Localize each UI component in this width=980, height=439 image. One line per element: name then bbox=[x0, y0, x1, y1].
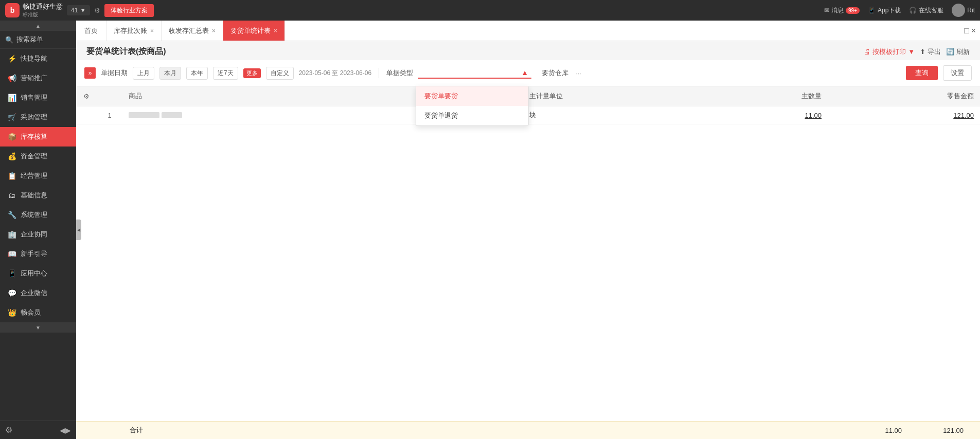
header-left: b 畅捷通好生意 标准版 41 ▼ ⚙ 体验行业方案 bbox=[5, 2, 154, 19]
online-service-group[interactable]: 🎧 在线客服 bbox=[909, 6, 943, 15]
sidebar-item-label: 销售管理 bbox=[21, 93, 47, 102]
td-quantity: 11.00 bbox=[702, 106, 828, 124]
headset-icon: 🎧 bbox=[909, 7, 917, 14]
org-selector[interactable]: 41 ▼ bbox=[67, 5, 90, 15]
type-filter-input[interactable] bbox=[421, 69, 521, 77]
product-placeholder-1 bbox=[129, 112, 159, 118]
sidebar-scroll-up[interactable]: ▲ bbox=[0, 21, 76, 31]
export-button[interactable]: ⬆ 导出 bbox=[920, 47, 941, 57]
query-button[interactable]: 查询 bbox=[906, 66, 938, 80]
sidebar-item-member[interactable]: 👑 畅会员 bbox=[0, 303, 76, 322]
trial-button[interactable]: 体验行业方案 bbox=[104, 4, 154, 17]
warehouse-more-icon[interactable]: ··· bbox=[576, 69, 581, 77]
logo-icon: b bbox=[5, 3, 20, 17]
enterprise-icon: 🏢 bbox=[7, 230, 16, 239]
messages-group[interactable]: ✉ 消息 99+ bbox=[824, 6, 860, 15]
table-footer: 合计 11.00 121.00 bbox=[76, 421, 980, 439]
sidebar: ▲ 🔍 搜索菜单 ⚡ 快捷导航 📢 营销推广 📊 销售管理 🛒 采购管理 📦 库… bbox=[0, 21, 76, 439]
operations-icon: 📋 bbox=[7, 171, 16, 180]
main-layout: ▲ 🔍 搜索菜单 ⚡ 快捷导航 📢 营销推广 📊 销售管理 🛒 采购管理 📦 库… bbox=[0, 21, 980, 439]
app-download-label: App下载 bbox=[878, 6, 901, 15]
date-this-year-btn[interactable]: 本年 bbox=[186, 67, 208, 80]
brand-sub: 标准版 bbox=[23, 11, 63, 19]
tab-label: 库存批次账 bbox=[114, 26, 147, 35]
sidebar-item-sales[interactable]: 📊 销售管理 bbox=[0, 88, 76, 107]
gear-icon[interactable]: ⚙ bbox=[94, 7, 100, 14]
tab-order-stats[interactable]: 要货单统计表 × bbox=[223, 21, 285, 41]
filter-settings-button[interactable]: 设置 bbox=[943, 65, 972, 81]
tab-label: 收发存汇总表 bbox=[169, 26, 209, 35]
export-icon: ⬆ bbox=[920, 48, 925, 56]
custom-date-button[interactable]: 自定义 bbox=[266, 67, 294, 80]
tab-home[interactable]: 首页 bbox=[76, 21, 106, 41]
date-this-month-btn[interactable]: 本月 bbox=[159, 67, 181, 80]
tab-close-icon[interactable]: × bbox=[212, 27, 216, 34]
sidebar-item-label: 应用中心 bbox=[21, 269, 47, 278]
quantity-link[interactable]: 11.00 bbox=[805, 112, 822, 119]
amount-link[interactable]: 121.00 bbox=[953, 112, 974, 119]
tab-inventory-batch[interactable]: 库存批次账 × bbox=[106, 21, 162, 41]
type-filter-input-wrap[interactable]: ▲ bbox=[418, 67, 531, 79]
sidebar-item-wechat[interactable]: 💬 企业微信 bbox=[0, 283, 76, 303]
table-area: ⚙ 商品 主计量单位 主数量 零售金额 1 bbox=[76, 86, 980, 421]
sidebar-item-inventory[interactable]: 📦 库存核算 bbox=[0, 127, 76, 147]
sidebar-search[interactable]: 🔍 搜索菜单 bbox=[0, 31, 76, 49]
tab-receivable-summary[interactable]: 收发存汇总表 × bbox=[162, 21, 223, 41]
message-icon: ✉ bbox=[824, 7, 829, 14]
filter-expand-button[interactable]: » bbox=[84, 67, 96, 79]
sidebar-collapse-handle[interactable]: ◀ bbox=[76, 220, 81, 240]
dropdown-item-order-return[interactable]: 要货单退货 bbox=[416, 106, 528, 125]
date-last-month-btn[interactable]: 上月 bbox=[133, 67, 154, 80]
search-label: 搜索菜单 bbox=[16, 35, 43, 44]
sidebar-item-purchase[interactable]: 🛒 采购管理 bbox=[0, 107, 76, 127]
tab-close-icon[interactable]: × bbox=[150, 27, 154, 34]
sidebar-item-quick-nav[interactable]: ⚡ 快捷导航 bbox=[0, 49, 76, 68]
sidebar-item-guide[interactable]: 📖 新手引导 bbox=[0, 244, 76, 264]
online-service-label: 在线客服 bbox=[919, 6, 943, 15]
print-button[interactable]: 🖨 按模板打印 ▼ bbox=[864, 47, 915, 57]
up-arrow-icon: ▲ bbox=[35, 23, 41, 29]
user-group[interactable]: Rit bbox=[952, 4, 975, 17]
sidebar-item-finance[interactable]: 💰 资金管理 bbox=[0, 147, 76, 166]
tab-expand-icon[interactable]: □ bbox=[964, 26, 969, 35]
brand-name: 畅捷通好生意 bbox=[23, 2, 63, 11]
th-quantity: 主数量 bbox=[702, 86, 828, 106]
print-chevron-icon: ▼ bbox=[908, 48, 915, 56]
member-icon: 👑 bbox=[7, 308, 16, 317]
export-label: 导出 bbox=[928, 47, 941, 57]
more-dates-button[interactable]: 更多 bbox=[243, 68, 261, 78]
td-unit: 块 bbox=[523, 106, 702, 124]
warehouse-filter-label: 要货仓库 bbox=[542, 68, 568, 78]
header-right: ✉ 消息 99+ 📱 App下载 🎧 在线客服 Rit bbox=[824, 4, 975, 17]
date-last-7-days-btn[interactable]: 近7天 bbox=[213, 67, 238, 80]
wechat-icon: 💬 bbox=[7, 288, 16, 298]
date-filter-label: 单据日期 bbox=[101, 68, 128, 78]
app-download-group[interactable]: 📱 App下载 bbox=[868, 6, 901, 15]
footer-amount: 121.00 bbox=[912, 427, 974, 434]
chevron-down-icon: ▼ bbox=[80, 7, 86, 14]
sidebar-item-label: 畅会员 bbox=[21, 308, 41, 317]
sidebar-item-operations[interactable]: 📋 经营管理 bbox=[0, 166, 76, 186]
sidebar-item-label: 快捷导航 bbox=[21, 54, 47, 63]
type-chevron-up-icon[interactable]: ▲ bbox=[521, 68, 528, 77]
inventory-icon: 📦 bbox=[7, 132, 16, 141]
filter-divider bbox=[379, 68, 379, 78]
sidebar-item-app-center[interactable]: 📱 应用中心 bbox=[0, 264, 76, 283]
sidebar-item-system[interactable]: 🔧 系统管理 bbox=[0, 205, 76, 225]
sidebar-item-marketing[interactable]: 📢 营销推广 bbox=[0, 68, 76, 88]
refresh-button[interactable]: 🔄 刷新 bbox=[946, 47, 970, 57]
dropdown-item-order-goods[interactable]: 要货单要货 bbox=[416, 86, 528, 106]
print-label: 按模板打印 bbox=[872, 47, 906, 57]
th-settings[interactable]: ⚙ bbox=[76, 86, 97, 106]
toggle-sidebar-icon[interactable]: ◀▶ bbox=[60, 426, 71, 434]
sidebar-scroll-down[interactable]: ▼ bbox=[0, 322, 76, 333]
marketing-icon: 📢 bbox=[7, 74, 16, 83]
tab-close-all-icon[interactable]: × bbox=[971, 26, 976, 35]
sidebar-item-label: 系统管理 bbox=[21, 210, 47, 220]
sidebar-item-enterprise[interactable]: 🏢 企业协同 bbox=[0, 225, 76, 244]
td-settings bbox=[76, 106, 97, 124]
sidebar-item-basic-info[interactable]: 🗂 基础信息 bbox=[0, 186, 76, 205]
settings-icon[interactable]: ⚙ bbox=[5, 425, 12, 435]
org-value: 41 bbox=[71, 7, 78, 14]
tab-close-icon[interactable]: × bbox=[274, 27, 277, 34]
